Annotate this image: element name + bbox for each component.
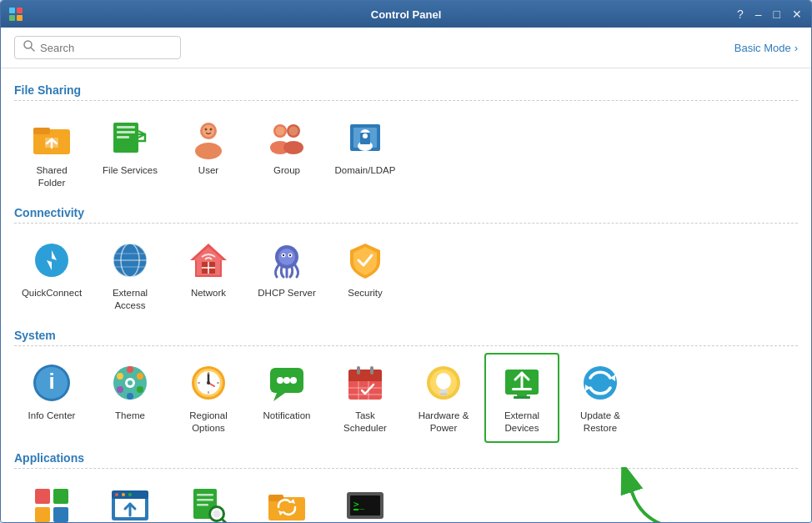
svg-point-53 [137, 373, 143, 380]
svg-point-103 [115, 493, 118, 496]
network-item[interactable]: Network [171, 230, 246, 320]
update-restore-item[interactable]: Update &Restore [563, 353, 638, 443]
group-item[interactable]: Group [249, 108, 324, 198]
svg-point-65 [207, 381, 210, 385]
minimize-button[interactable]: – [753, 8, 764, 21]
shared-folder-item[interactable]: SharedFolder [14, 108, 89, 198]
info-center-label: Info Center [28, 410, 76, 422]
external-access-label: External Access [98, 287, 163, 312]
security-icon [343, 239, 387, 282]
help-button[interactable]: ? [734, 8, 746, 21]
indexing-service-item[interactable]: IndexingService [171, 475, 246, 523]
svg-point-16 [205, 128, 208, 131]
notification-label: Notification [263, 410, 311, 422]
svg-point-23 [289, 127, 298, 136]
user-item[interactable]: User [171, 108, 246, 198]
shared-folder-sync-icon [265, 484, 308, 523]
regional-options-icon [187, 361, 230, 405]
external-devices-item[interactable]: ExternalDevices [484, 353, 559, 443]
basic-mode-link[interactable]: Basic Mode › [734, 42, 798, 54]
file-services-icon [108, 116, 152, 159]
svg-rect-12 [117, 136, 129, 138]
control-panel-window: Control Panel ? – □ ✕ Basic Mode › [0, 0, 812, 523]
svg-rect-91 [517, 393, 527, 396]
svg-rect-10 [117, 126, 135, 128]
svg-point-17 [210, 128, 213, 131]
update-restore-label: Update &Restore [580, 410, 620, 435]
title-bar: Control Panel ? – □ ✕ [1, 1, 811, 28]
basic-mode-arrow: › [794, 42, 798, 54]
svg-rect-78 [357, 366, 360, 375]
external-access-item[interactable]: External Access [93, 230, 168, 320]
user-label: User [198, 164, 218, 177]
maximize-button[interactable]: □ [771, 8, 783, 21]
terminal-snmp-item[interactable]: >_ Terminal &SNMP [328, 475, 403, 523]
application-portal-item[interactable]: ApplicationPortal [93, 475, 168, 523]
svg-point-74 [290, 377, 297, 384]
theme-icon [108, 361, 152, 405]
section-applications: Applications [14, 451, 798, 469]
svg-point-55 [127, 393, 133, 400]
task-scheduler-label: Task Scheduler [333, 410, 398, 435]
svg-line-5 [31, 48, 34, 51]
domain-ldap-label: Domain/LDAP [335, 164, 396, 177]
svg-point-22 [276, 127, 285, 136]
shared-folder-sync-item[interactable]: Shared FolderSync [249, 475, 324, 523]
svg-point-104 [122, 493, 125, 496]
update-restore-icon [579, 361, 622, 405]
file-services-item[interactable]: File Services [93, 108, 168, 198]
window-title: Control Panel [371, 8, 442, 21]
domain-ldap-item[interactable]: Domain/LDAP [328, 108, 403, 198]
svg-rect-79 [370, 366, 373, 375]
svg-line-113 [222, 519, 227, 523]
svg-rect-108 [197, 499, 213, 501]
hardware-power-icon [422, 361, 465, 405]
svg-point-29 [363, 133, 368, 138]
svg-point-46 [283, 254, 284, 256]
title-bar-controls: ? – □ ✕ [734, 8, 804, 21]
quickconnect-item[interactable]: QuickConnect [14, 230, 89, 320]
shared-folder-icon [30, 116, 73, 159]
external-devices-icon [500, 361, 544, 405]
svg-point-30 [35, 244, 68, 277]
svg-rect-11 [117, 131, 135, 133]
svg-point-59 [128, 380, 133, 385]
svg-rect-99 [53, 507, 68, 522]
theme-item[interactable]: Theme [93, 353, 168, 443]
svg-point-15 [203, 125, 214, 137]
task-scheduler-item[interactable]: Task Scheduler [328, 353, 403, 443]
security-item[interactable]: Security [328, 230, 403, 320]
indexing-service-icon [187, 484, 230, 523]
network-icon [187, 239, 230, 282]
svg-rect-98 [35, 507, 50, 522]
svg-point-57 [117, 373, 123, 380]
search-box[interactable] [14, 36, 181, 59]
svg-rect-1 [17, 8, 23, 13]
basic-mode-label: Basic Mode [734, 42, 791, 54]
search-input[interactable] [40, 42, 172, 54]
network-label: Network [191, 287, 226, 299]
svg-rect-121 [353, 509, 358, 510]
application-portal-icon [108, 484, 152, 523]
dhcp-server-item[interactable]: DHCP Server [249, 230, 324, 320]
notification-icon [265, 361, 308, 405]
info-center-item[interactable]: i Info Center [14, 353, 89, 443]
svg-rect-0 [9, 8, 15, 13]
svg-rect-90 [512, 388, 532, 390]
svg-marker-71 [273, 393, 285, 401]
svg-point-43 [278, 249, 295, 265]
privileges-item[interactable]: Privileges [14, 475, 89, 523]
quickconnect-icon [30, 239, 73, 282]
domain-ldap-icon [343, 116, 387, 159]
svg-point-54 [137, 386, 143, 393]
group-icon [265, 116, 308, 159]
hardware-power-item[interactable]: Hardware &Power [406, 353, 481, 443]
shared-folder-label: SharedFolder [36, 164, 67, 189]
close-button[interactable]: ✕ [789, 8, 804, 21]
regional-options-item[interactable]: RegionalOptions [171, 353, 246, 443]
notification-item[interactable]: Notification [249, 353, 324, 443]
external-access-icon [108, 239, 152, 282]
search-icon [23, 40, 35, 55]
svg-point-21 [283, 141, 303, 154]
title-bar-left [8, 6, 24, 23]
